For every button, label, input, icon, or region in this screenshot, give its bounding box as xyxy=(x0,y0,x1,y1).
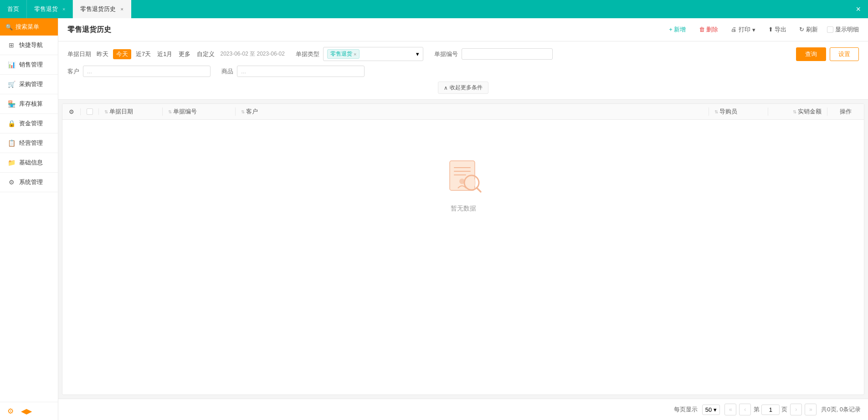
search-icon: 🔍 xyxy=(5,24,13,31)
svg-line-6 xyxy=(477,188,481,192)
tab-retail-return-close[interactable]: × xyxy=(62,6,65,12)
sidebar-item-quick-nav[interactable]: ⊞ 快捷导航 xyxy=(0,36,58,55)
sidebar-item-operations[interactable]: 📋 经营管理 xyxy=(0,133,58,153)
sales-icon: 📊 xyxy=(7,61,15,69)
pagination-bar: 每页显示 50 ▾ « ‹ 第 页 › » 共0页, 0条记录 xyxy=(58,399,868,420)
refresh-button[interactable]: ↻ 刷新 xyxy=(796,24,822,36)
date-options: 昨天 今天 近7天 近1月 更多 自定义 xyxy=(95,49,216,59)
sidebar-item-inventory[interactable]: 🏪 库存核算 xyxy=(0,94,58,114)
customer-input[interactable]: ... xyxy=(83,66,211,77)
display-detail-checkbox[interactable]: 显示明细 xyxy=(827,26,859,34)
filter-row-2: 客户 ... 商品 ... xyxy=(67,66,859,77)
date-option-custom[interactable]: 自定义 xyxy=(195,49,216,59)
tab-home[interactable]: 首页 xyxy=(0,0,27,18)
new-button[interactable]: + 新增 xyxy=(665,24,689,36)
window-close-icon[interactable]: × xyxy=(856,5,861,14)
customer-dots: ... xyxy=(87,68,206,75)
prev-page-button[interactable]: ‹ xyxy=(739,404,751,415)
doc-number-label: 单据编号 xyxy=(434,50,458,58)
table-area: ⚙ ⇅ 单据日期 ⇅ 单据编号 ⇅ 客户 ⇅ xyxy=(62,103,864,395)
page-header: 零售退货历史 + 新增 🗑 删除 🖨 打印 ▾ ⬆ 导出 ↻ 刷新 xyxy=(58,18,868,41)
date-option-yesterday[interactable]: 昨天 xyxy=(95,49,110,59)
th-settings[interactable]: ⚙ xyxy=(62,108,81,115)
main-layout: 🔍 搜索菜单 ⊞ 快捷导航 📊 销售管理 🛒 采购管理 🏪 库存核算 🔒 资金管… xyxy=(0,18,868,420)
per-page-label: 每页显示 xyxy=(674,405,698,414)
sidebar-settings-icon[interactable]: ⚙ xyxy=(7,407,14,415)
empty-text: 暂无数据 xyxy=(451,205,476,213)
sort-date-icon[interactable]: ⇅ xyxy=(104,109,108,114)
set-button[interactable]: 设置 xyxy=(830,47,859,61)
tab-retail-return-history[interactable]: 零售退货历史 × xyxy=(73,0,131,18)
content-area: 零售退货历史 + 新增 🗑 删除 🖨 打印 ▾ ⬆ 导出 ↻ 刷新 xyxy=(58,18,868,420)
empty-state: 暂无数据 xyxy=(62,120,864,249)
sidebar-item-sales-mgmt[interactable]: 📊 销售管理 xyxy=(0,55,58,75)
th-number: ⇅ 单据编号 xyxy=(163,108,236,116)
sort-amount-icon[interactable]: ⇅ xyxy=(793,109,796,114)
svg-point-5 xyxy=(467,178,476,187)
collapse-button[interactable]: ∧ 收起更多条件 xyxy=(438,82,488,94)
table-header: ⚙ ⇅ 单据日期 ⇅ 单据编号 ⇅ 客户 ⇅ xyxy=(62,104,864,120)
doc-type-tag-close[interactable]: × xyxy=(354,51,356,57)
sort-number-icon[interactable]: ⇅ xyxy=(168,109,172,114)
top-bar: 首页 零售退货 × 零售退货历史 × × xyxy=(0,0,868,18)
query-button[interactable]: 查询 xyxy=(796,47,826,61)
export-button[interactable]: ⬆ 导出 xyxy=(765,24,791,36)
doc-type-label: 单据类型 xyxy=(296,50,319,58)
doc-type-select[interactable]: 零售退货 × ▾ xyxy=(323,47,423,61)
date-option-more[interactable]: 更多 xyxy=(177,49,192,59)
goods-input[interactable]: ... xyxy=(237,66,365,77)
svg-point-7 xyxy=(459,179,465,184)
purchase-icon: 🛒 xyxy=(7,80,15,88)
sidebar-item-sys-mgmt[interactable]: ⚙ 系统管理 xyxy=(0,173,58,192)
sys-mgmt-icon: ⚙ xyxy=(7,178,15,186)
th-action: 操作 xyxy=(827,108,864,116)
display-detail-checkbox-box[interactable] xyxy=(827,26,833,33)
th-guide: ⇅ 导购员 xyxy=(709,108,768,116)
quick-nav-icon: ⊞ xyxy=(7,41,15,49)
doc-type-tag: 零售退货 × xyxy=(327,49,360,59)
page-title: 零售退货历史 xyxy=(67,25,111,35)
date-option-1month[interactable]: 近1月 xyxy=(155,49,174,59)
print-dropdown-icon: ▾ xyxy=(752,26,755,33)
first-page-button[interactable]: « xyxy=(724,404,736,415)
doc-type-dropdown-icon: ▾ xyxy=(416,51,419,57)
select-all-checkbox[interactable] xyxy=(87,108,93,115)
basic-info-icon: 📁 xyxy=(7,159,15,167)
delete-button[interactable]: 🗑 删除 xyxy=(695,24,722,36)
date-option-7days[interactable]: 近7天 xyxy=(134,49,153,59)
customer-label: 客户 xyxy=(67,67,79,76)
header-actions: + 新增 🗑 删除 🖨 打印 ▾ ⬆ 导出 ↻ 刷新 显示明细 xyxy=(665,24,859,36)
per-page-select[interactable]: 50 ▾ xyxy=(702,405,720,415)
date-range-display: 2023-06-02 至 2023-06-02 xyxy=(220,50,284,58)
date-option-today[interactable]: 今天 xyxy=(113,49,131,59)
sidebar-item-basic-info[interactable]: 📁 基础信息 xyxy=(0,153,58,173)
th-checkbox[interactable] xyxy=(81,108,99,115)
query-actions: 查询 设置 xyxy=(796,47,859,61)
empty-illustration xyxy=(441,156,486,197)
th-date: ⇅ 单据日期 xyxy=(99,108,163,116)
print-button[interactable]: 🖨 打印 ▾ xyxy=(727,24,759,36)
tab-retail-return[interactable]: 零售退货 × xyxy=(27,0,73,18)
date-filter-label: 单据日期 xyxy=(67,50,91,58)
doc-type-filter-group: 单据类型 零售退货 × ▾ xyxy=(296,47,423,61)
finance-icon: 🔒 xyxy=(7,119,15,128)
sidebar-bottom: ⚙ ◀▶ xyxy=(0,402,58,420)
next-page-button[interactable]: › xyxy=(790,404,802,415)
tab-retail-return-history-close[interactable]: × xyxy=(120,6,123,12)
table-settings-icon: ⚙ xyxy=(69,108,74,115)
sidebar: 🔍 搜索菜单 ⊞ 快捷导航 📊 销售管理 🛒 采购管理 🏪 库存核算 🔒 资金管… xyxy=(0,18,58,420)
th-customer: ⇅ 客户 xyxy=(236,108,709,116)
sort-guide-icon[interactable]: ⇅ xyxy=(714,109,718,114)
page-number-input[interactable] xyxy=(761,405,780,415)
sidebar-volume-icon[interactable]: ◀▶ xyxy=(21,407,32,415)
operations-icon: 📋 xyxy=(7,139,15,147)
filter-panel: 单据日期 昨天 今天 近7天 近1月 更多 自定义 2023-06-02 至 2… xyxy=(58,41,868,100)
per-page-dropdown-icon: ▾ xyxy=(714,406,717,413)
sidebar-item-purchase-mgmt[interactable]: 🛒 采购管理 xyxy=(0,75,58,94)
doc-number-input[interactable] xyxy=(462,48,553,60)
sort-customer-icon[interactable]: ⇅ xyxy=(241,109,245,114)
sidebar-item-finance[interactable]: 🔒 资金管理 xyxy=(0,114,58,133)
sidebar-search[interactable]: 🔍 搜索菜单 xyxy=(0,18,58,36)
filter-row-1: 单据日期 昨天 今天 近7天 近1月 更多 自定义 2023-06-02 至 2… xyxy=(67,47,859,61)
last-page-button[interactable]: » xyxy=(805,404,817,415)
